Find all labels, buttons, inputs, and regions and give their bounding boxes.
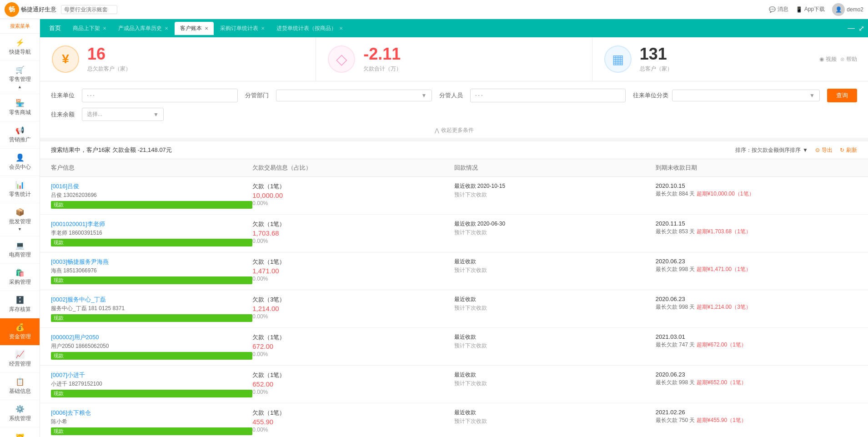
overdue-customers-value: 16 (87, 46, 131, 62)
tab-purchase-stat[interactable]: 进货单统计表（按商品） ✕ (271, 22, 348, 35)
client-info: [0002]服务中心_丁磊 服务中心_丁磊 181 0125 8371 现款 (51, 296, 252, 322)
client-name-link[interactable]: [0016]吕俊 (51, 182, 252, 191)
client-name-link[interactable]: [0001020001]李老师 (51, 220, 252, 228)
sidebar-item-inventory[interactable]: 🗄️ 库存核算 (0, 291, 40, 318)
video-button[interactable]: ◉ 视频 (819, 55, 836, 63)
user-avatar-area[interactable]: 👤 demo2 (832, 3, 863, 16)
debt-count: 欠款（1笔） (252, 333, 454, 342)
client-phone: 吕俊 13026203696 (51, 191, 252, 199)
search-field-source-unit: 往来单位 ··· (51, 89, 238, 102)
export-button[interactable]: ⊙ 导出 (815, 146, 833, 154)
sidebar-item-biz-mgmt[interactable]: 📈 经营管理 (0, 346, 40, 373)
client-name-link[interactable]: [0007]小进千 (51, 371, 252, 379)
overdue-link[interactable]: 超期¥1,214.00（3笔） (697, 304, 751, 310)
source-unit-input[interactable]: ··· (82, 89, 238, 102)
sidebar-item-retail-mall[interactable]: 🏪 零售商城 (0, 94, 40, 121)
sidebar-item-retail-stat[interactable]: 📊 零售统计 (0, 176, 40, 203)
debt-amount: 455.90 (252, 418, 454, 426)
close-icon[interactable]: ✕ (103, 26, 106, 31)
stat-card-overdue-customers: ¥ 16 总欠款客户（家） (40, 37, 316, 81)
overdue-link[interactable]: 超期¥652.00（1笔） (697, 379, 747, 386)
minus-icon[interactable]: — (848, 24, 855, 33)
manager-input[interactable]: ··· (470, 89, 626, 102)
due-date: 2020.06.23 (656, 371, 857, 378)
message-button[interactable]: 💬 消息 (769, 5, 788, 13)
tab-product-history[interactable]: 产成品入库单历史 ✕ (113, 22, 174, 35)
due-info: 2021.03.01 最长欠款 747 天 超期¥672.00（1笔） (656, 333, 857, 349)
table-row: [0002]服务中心_丁磊 服务中心_丁磊 181 0125 8371 现款 欠… (40, 290, 868, 328)
refresh-button[interactable]: ↻ 刷新 (840, 146, 857, 154)
balance-select[interactable]: 选择... ▼ (82, 108, 164, 121)
sidebar-search[interactable]: 搜索菜单 (0, 19, 40, 34)
sidebar-item-sys-mgmt[interactable]: ⚙️ 系统管理 (0, 400, 40, 427)
client-tag: 现款 (51, 427, 252, 435)
overdue-link[interactable]: 超期¥1,471.00（1笔） (697, 266, 751, 272)
data-table: 客户信息 欠款交易信息（占比） 回款情况 到期未收款日期 [0016]吕俊 吕俊… (40, 159, 868, 437)
company-select[interactable]: 母婴行业演示账套 (61, 5, 117, 14)
export-icon: ⊙ (815, 147, 820, 153)
recovery-info: 最近收款 预计下次收款 (454, 333, 656, 350)
sidebar-item-corp-coop[interactable]: 🤝 企业协同 (0, 427, 40, 437)
unit-category-select[interactable]: ▼ (672, 90, 820, 101)
tab-purchase-order[interactable]: 采购订单统计表 ✕ (215, 22, 270, 35)
client-info: [000002]用户2050 用户2050 18665062050 现款 (51, 333, 252, 360)
client-name-link[interactable]: [0006]去下粮仓 (51, 409, 252, 417)
collapse-button[interactable]: ⋀ 收起更多条件 (435, 126, 474, 134)
client-phone: 服务中心_丁磊 181 0125 8371 (51, 305, 252, 312)
table-header: 客户信息 欠款交易信息（占比） 回款情况 到期未收款日期 (40, 159, 868, 177)
stat-value-area-2: -2.11 欠款合计（万） (363, 46, 401, 73)
branch-select[interactable]: ▼ (276, 90, 432, 101)
ecom-mgmt-icon: 💻 (15, 241, 25, 250)
sort-button[interactable]: 排序：按欠款金额倒序排序 ▼ (735, 146, 808, 154)
logo-area: 畅 畅捷通好生意 (5, 2, 56, 17)
close-icon[interactable]: ✕ (165, 26, 168, 31)
sidebar-item-ecom-mgmt[interactable]: 💻 电商管理 (0, 236, 40, 264)
sidebar-item-member[interactable]: 👤 会员中心 (0, 149, 40, 176)
debt-count: 欠款（1笔） (252, 220, 454, 228)
client-name-link[interactable]: [000002]用户2050 (51, 333, 252, 342)
debt-count: 欠款（3笔） (252, 296, 454, 304)
client-tag: 现款 (51, 390, 252, 397)
sidebar-item-basic-info[interactable]: 📋 基础信息 (0, 373, 40, 400)
client-tag: 现款 (51, 239, 252, 246)
close-icon[interactable]: ✕ (339, 26, 343, 31)
debt-amount: 1,214.00 (252, 305, 454, 312)
expand-icon[interactable]: ⤢ (858, 24, 864, 33)
total-customers-label: 总客户（家） (640, 65, 672, 73)
tab-product-shelf[interactable]: 商品上下架 ✕ (67, 22, 112, 35)
overdue-link[interactable]: 超期¥455.90（1笔） (697, 417, 747, 423)
client-name-link[interactable]: [0002]服务中心_丁磊 (51, 296, 252, 304)
sidebar-item-finance-mgmt[interactable]: 💰 资金管理 (0, 318, 40, 346)
tab-customer-account[interactable]: 客户账本 ✕ (175, 22, 214, 35)
debt-count: 欠款（1笔） (252, 182, 454, 191)
help-button[interactable]: ⊙ 帮助 (840, 55, 857, 63)
overdue-link[interactable]: 超期¥1,703.68（1笔） (697, 228, 751, 235)
tab-home[interactable]: 首页 (44, 21, 66, 35)
app-download-button[interactable]: 📱 App下载 (796, 5, 825, 13)
message-icon: 💬 (769, 6, 776, 13)
next-payment: 预计下次收款 (454, 266, 656, 274)
client-name-link[interactable]: [0003]畅捷服务尹海燕 (51, 258, 252, 266)
due-detail: 最长欠款 750 天 超期¥455.90（1笔） (656, 417, 857, 424)
overdue-link[interactable]: 超期¥10,000.00（1笔） (697, 191, 754, 197)
client-info: [0001020001]李老师 李老师 18600391516 现款 (51, 220, 252, 246)
chevron-down-icon-category: ▼ (809, 92, 815, 99)
sidebar-item-purchase-mgmt[interactable]: 🛍️ 采购管理 (0, 264, 40, 291)
finance-mgmt-icon: 💰 (15, 323, 25, 332)
close-icon[interactable]: ✕ (261, 26, 265, 31)
client-info: [0006]去下粮仓 陈小希 现款 (51, 409, 252, 435)
table-body: [0016]吕俊 吕俊 13026203696 现款 欠款（1笔） 10,000… (40, 177, 868, 437)
download-icon: 📱 (796, 6, 803, 13)
due-info: 2020.06.23 最长欠款 998 天 超期¥652.00（1笔） (656, 371, 857, 387)
sidebar-item-retail-mgmt[interactable]: 🛒 零售管理 ▲ (0, 61, 40, 94)
sidebar-item-quick-nav[interactable]: ⚡ 快捷导航 (0, 34, 40, 61)
sidebar-item-marketing[interactable]: 📢 营销推广 (0, 121, 40, 149)
close-icon[interactable]: ✕ (205, 26, 208, 31)
next-payment: 预计下次收款 (454, 304, 656, 312)
sidebar-item-batch-mgmt[interactable]: 📦 批发管理 ▼ (0, 203, 40, 236)
debt-info: 欠款（1笔） 672.00 0.00% (252, 333, 454, 357)
search-button[interactable]: 查询 (827, 89, 857, 102)
next-payment: 预计下次收款 (454, 342, 656, 350)
overdue-link[interactable]: 超期¥672.00（1笔） (697, 342, 747, 348)
client-tag: 现款 (51, 201, 252, 209)
